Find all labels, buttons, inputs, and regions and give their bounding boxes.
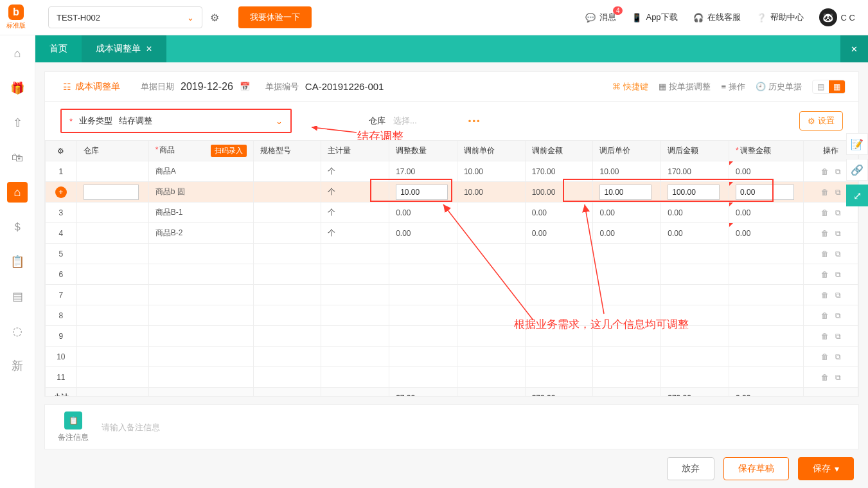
table-row[interactable]: 3商品B-1个0.000.000.000.000.00🗑⧉: [46, 203, 858, 223]
cell-post-price[interactable]: [593, 182, 661, 203]
nav-report-icon[interactable]: ▤: [7, 286, 28, 307]
cell-spec[interactable]: [253, 285, 321, 305]
cell-adj-amt[interactable]: [729, 182, 803, 203]
cell-warehouse[interactable]: [76, 305, 148, 326]
copy-icon[interactable]: ⧉: [835, 249, 841, 258]
tabstrip-close-all[interactable]: ✕: [840, 35, 868, 62]
nav-cycle-icon[interactable]: ◌: [7, 321, 28, 341]
cell-warehouse[interactable]: [76, 223, 148, 244]
table-row[interactable]: 8🗑⧉: [46, 305, 858, 326]
nav-warehouse-icon[interactable]: ⌂: [7, 182, 28, 203]
cell-post-price[interactable]: [593, 244, 661, 264]
nav-bag-icon[interactable]: 🛍: [7, 147, 28, 168]
delete-icon[interactable]: 🗑: [821, 291, 829, 300]
cell-qty[interactable]: 0.00: [389, 223, 457, 244]
help-center-button[interactable]: ❔ 帮助中心: [756, 12, 804, 23]
nav-clipboard-icon[interactable]: 📋: [7, 251, 28, 272]
cell-product[interactable]: 商品B-1: [148, 203, 253, 223]
cell-post-price[interactable]: [593, 285, 661, 305]
copy-icon[interactable]: ⧉: [835, 208, 841, 217]
cell-product[interactable]: [148, 326, 253, 347]
close-icon[interactable]: ✕: [146, 44, 152, 53]
remarks-input[interactable]: [102, 422, 846, 432]
tenant-select[interactable]: TEST-H002 ⌄: [48, 6, 202, 28]
cell-product[interactable]: 商品A: [148, 161, 253, 182]
cell-product[interactable]: [148, 367, 253, 388]
app-download-button[interactable]: 📱 App下载: [632, 12, 677, 23]
cell-adj-amt[interactable]: [729, 367, 803, 388]
cell-post-amt[interactable]: 0.00: [661, 203, 729, 223]
cell-post-price[interactable]: 10.00: [593, 161, 661, 182]
hotkey-button[interactable]: ⌘ 快捷键: [612, 81, 648, 93]
cell-spec[interactable]: [253, 223, 321, 244]
calendar-icon[interactable]: 📅: [240, 82, 250, 91]
table-row[interactable]: 9🗑⧉: [46, 326, 858, 347]
history-button[interactable]: 🕘 历史单据: [756, 81, 802, 93]
copy-icon[interactable]: ⧉: [835, 332, 841, 341]
cell-warehouse[interactable]: [76, 367, 148, 388]
table-row[interactable]: 11🗑⧉: [46, 367, 858, 388]
gear-icon[interactable]: ⚙: [210, 12, 219, 24]
cell-adj-amt[interactable]: [729, 326, 803, 347]
view-grid-icon[interactable]: ▦: [829, 80, 845, 93]
cell-product[interactable]: [148, 347, 253, 367]
copy-icon[interactable]: ⧉: [835, 352, 841, 361]
table-row[interactable]: 10🗑⧉: [46, 347, 858, 367]
discard-button[interactable]: 放弃: [667, 457, 714, 480]
delete-icon[interactable]: 🗑: [821, 352, 829, 361]
table-row[interactable]: 5🗑⧉: [46, 244, 858, 264]
cell-adj-amt[interactable]: [729, 285, 803, 305]
table-row[interactable]: 1商品A个17.0010.00170.0010.00170.000.00🗑⧉: [46, 161, 858, 182]
user-menu[interactable]: 🐼 C C: [819, 8, 855, 26]
qty-input[interactable]: [396, 185, 448, 200]
ops-menu[interactable]: ≡ 操作: [721, 81, 745, 93]
cell-warehouse[interactable]: [76, 182, 148, 203]
nav-gift-icon[interactable]: 🎁: [7, 78, 28, 98]
cell-post-amt[interactable]: 170.00: [661, 161, 729, 182]
cell-adj-amt[interactable]: 0.00: [729, 203, 803, 223]
cell-adj-amt[interactable]: 0.00: [729, 223, 803, 244]
cell-warehouse[interactable]: [76, 161, 148, 182]
post-amt-input[interactable]: [668, 185, 720, 200]
cell-post-price[interactable]: 0.00: [593, 203, 661, 223]
rail-link-icon[interactable]: 🔗: [846, 159, 868, 181]
cell-spec[interactable]: [253, 264, 321, 285]
nav-money-icon[interactable]: ＄: [7, 217, 28, 237]
cell-qty[interactable]: [389, 367, 457, 388]
delete-icon[interactable]: 🗑: [821, 188, 829, 197]
cell-post-price[interactable]: [593, 347, 661, 367]
copy-icon[interactable]: ⧉: [835, 167, 841, 176]
cell-adj-amt[interactable]: [729, 305, 803, 326]
delete-icon[interactable]: 🗑: [821, 311, 829, 320]
cell-spec[interactable]: [253, 326, 321, 347]
view-list-icon[interactable]: ▤: [813, 80, 829, 93]
cell-warehouse[interactable]: [76, 347, 148, 367]
cell-qty[interactable]: [389, 264, 457, 285]
date-value[interactable]: 2019-12-26: [181, 81, 233, 93]
cell-warehouse[interactable]: [76, 285, 148, 305]
cell-qty[interactable]: [389, 305, 457, 326]
cell-qty[interactable]: 17.00: [389, 161, 457, 182]
cell-qty[interactable]: [389, 285, 457, 305]
cell-product[interactable]: [148, 305, 253, 326]
cell-post-amt[interactable]: 0.00: [661, 223, 729, 244]
cell-qty[interactable]: 0.00: [389, 203, 457, 223]
table-row[interactable]: +商品b 固个10.00100.00🗑⧉: [46, 182, 858, 203]
cell-spec[interactable]: [253, 203, 321, 223]
table-row[interactable]: 4商品B-2个0.000.000.000.000.00🗑⧉: [46, 223, 858, 244]
delete-icon[interactable]: 🗑: [821, 249, 829, 258]
copy-icon[interactable]: ⧉: [835, 311, 841, 320]
post-price-input[interactable]: [599, 185, 651, 200]
delete-icon[interactable]: 🗑: [821, 167, 829, 176]
cell-product[interactable]: [148, 264, 253, 285]
more-dots-icon[interactable]: •••: [468, 116, 481, 126]
cell-qty[interactable]: [389, 347, 457, 367]
rail-expand-icon[interactable]: ⤢: [846, 185, 868, 206]
warehouse-select[interactable]: 仓库 选择...: [369, 115, 417, 127]
cell-product[interactable]: [148, 285, 253, 305]
messages-button[interactable]: 💬 消息 4: [585, 12, 616, 23]
business-type-select[interactable]: * 业务类型 结存调整 ⌄: [60, 109, 292, 133]
cell-post-amt[interactable]: [661, 285, 729, 305]
customer-service-button[interactable]: 🎧 在线客服: [693, 12, 741, 23]
cell-spec[interactable]: [253, 305, 321, 326]
